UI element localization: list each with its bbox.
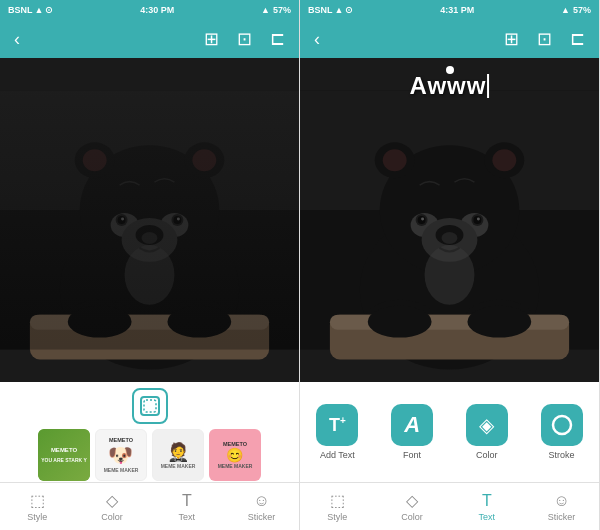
color-tool-label: Color bbox=[476, 450, 498, 460]
style-icon-right: ⬚ bbox=[330, 491, 345, 510]
bottom-nav-text-left[interactable]: T Text bbox=[150, 492, 225, 522]
bottom-nav-left: ⬚ Style ◇ Color T Text ☺ Sticker bbox=[0, 482, 299, 530]
battery-right: 57% bbox=[573, 5, 591, 15]
nav-icons-right-left: ⊞ ⊡ ⊏ bbox=[204, 28, 285, 50]
bottom-nav-style-left[interactable]: ⬚ Style bbox=[0, 491, 75, 522]
svg-point-55 bbox=[553, 416, 571, 434]
signal2-icon-left: ▲ bbox=[261, 5, 270, 15]
top-nav-right: ‹ ⊞ ⊡ ⊏ bbox=[300, 20, 599, 58]
left-panel: BSNL ▲ ⊙ 4:30 PM ▲ 57% ‹ ⊞ ⊡ ⊏ bbox=[0, 0, 300, 530]
font-icon: A bbox=[404, 412, 420, 438]
svg-point-36 bbox=[492, 149, 516, 171]
sticker-tray-icon[interactable] bbox=[132, 388, 168, 424]
crop-icon-left[interactable]: ⊡ bbox=[237, 28, 252, 50]
style-label-left: Style bbox=[27, 512, 47, 522]
svg-point-35 bbox=[383, 149, 407, 171]
svg-rect-28 bbox=[144, 400, 156, 412]
color-tool-icon: ◈ bbox=[479, 413, 494, 437]
sticker-icon-left: ☺ bbox=[253, 492, 269, 510]
status-bar-right: BSNL ▲ ⊙ 4:31 PM ▲ 57% bbox=[300, 0, 599, 20]
status-right-right: ▲ 57% bbox=[561, 5, 591, 15]
bear-image-left bbox=[0, 58, 299, 382]
status-right-left: ▲ 57% bbox=[261, 5, 291, 15]
photo-area-left bbox=[0, 58, 299, 382]
status-bar-left: BSNL ▲ ⊙ 4:30 PM ▲ 57% bbox=[0, 0, 299, 20]
bottom-nav-sticker-left[interactable]: ☺ Sticker bbox=[224, 492, 299, 522]
stroke-label: Stroke bbox=[549, 450, 575, 460]
svg-point-43 bbox=[421, 218, 424, 221]
back-button-right[interactable]: ‹ bbox=[314, 29, 320, 50]
text-icon-right: T bbox=[482, 492, 492, 510]
add-text-tool[interactable]: T+ Add Text bbox=[316, 404, 358, 460]
top-nav-left: ‹ ⊞ ⊡ ⊏ bbox=[0, 20, 299, 58]
bear-image-right bbox=[300, 58, 599, 382]
sticker-row: MEMETO YOU ARE STARK Y MEMETO 🐶 MEME MAK… bbox=[30, 429, 269, 481]
svg-rect-51 bbox=[330, 315, 569, 330]
color-icon-right: ◇ bbox=[406, 491, 418, 510]
signal2-icon-right: ▲ bbox=[561, 5, 570, 15]
add-text-icon-box: T+ bbox=[316, 404, 358, 446]
stroke-tool[interactable]: Stroke bbox=[541, 404, 583, 460]
color-icon-left: ◇ bbox=[106, 491, 118, 510]
color-label-right: Color bbox=[401, 512, 423, 522]
sticker-tray-left: MEMETO YOU ARE STARK Y MEMETO 🐶 MEME MAK… bbox=[0, 382, 299, 482]
font-icon-box: A bbox=[391, 404, 433, 446]
stroke-icon bbox=[550, 413, 574, 437]
gallery-icon-left[interactable]: ⊞ bbox=[204, 28, 219, 50]
text-overlay[interactable]: Awww bbox=[410, 72, 490, 100]
text-label-left: Text bbox=[179, 512, 196, 522]
right-panel: BSNL ▲ ⊙ 4:31 PM ▲ 57% ‹ ⊞ ⊡ ⊏ bbox=[300, 0, 600, 530]
status-left-right: BSNL ▲ ⊙ bbox=[308, 5, 353, 15]
color-label-left: Color bbox=[101, 512, 123, 522]
bottom-nav-style-right[interactable]: ⬚ Style bbox=[300, 491, 375, 522]
svg-point-44 bbox=[477, 218, 480, 221]
wifi-icon-left: ⊙ bbox=[45, 5, 53, 15]
sticker-item-3[interactable]: 🤵 MEME MAKER bbox=[152, 429, 204, 481]
time-left: 4:30 PM bbox=[140, 5, 174, 15]
text-icon-left: T bbox=[182, 492, 192, 510]
bottom-nav-color-left[interactable]: ◇ Color bbox=[75, 491, 150, 522]
bottom-nav-text-right[interactable]: T Text bbox=[450, 492, 525, 522]
gallery-icon-right[interactable]: ⊞ bbox=[504, 28, 519, 50]
svg-rect-26 bbox=[0, 90, 299, 349]
add-text-icon: T+ bbox=[329, 415, 346, 436]
font-label: Font bbox=[403, 450, 421, 460]
text-cursor bbox=[487, 74, 489, 98]
font-tool[interactable]: A Font bbox=[391, 404, 433, 460]
svg-point-54 bbox=[425, 245, 475, 305]
svg-point-52 bbox=[368, 306, 432, 338]
signal-icon-right: ▲ bbox=[335, 5, 344, 15]
crop-icon-right[interactable]: ⊡ bbox=[537, 28, 552, 50]
add-text-label: Add Text bbox=[320, 450, 355, 460]
sticker-item-2[interactable]: MEMETO 🐶 MEME MAKER bbox=[95, 429, 147, 481]
color-icon-box: ◈ bbox=[466, 404, 508, 446]
carrier-right: BSNL bbox=[308, 5, 333, 15]
share-icon-right[interactable]: ⊏ bbox=[570, 28, 585, 50]
signal-icon-left: ▲ bbox=[35, 5, 44, 15]
svg-point-47 bbox=[442, 232, 458, 244]
stroke-icon-box bbox=[541, 404, 583, 446]
battery-left: 57% bbox=[273, 5, 291, 15]
text-label-right: Text bbox=[479, 512, 496, 522]
style-icon-left: ⬚ bbox=[30, 491, 45, 510]
bottom-nav-color-right[interactable]: ◇ Color bbox=[375, 491, 450, 522]
bottom-nav-right: ⬚ Style ◇ Color T Text ☺ Sticker bbox=[300, 482, 599, 530]
time-right: 4:31 PM bbox=[440, 5, 474, 15]
share-icon-left[interactable]: ⊏ bbox=[270, 28, 285, 50]
sticker-label-right: Sticker bbox=[548, 512, 576, 522]
svg-point-53 bbox=[467, 306, 531, 338]
sticker-item-1[interactable]: MEMETO YOU ARE STARK Y bbox=[38, 429, 90, 481]
sticker-item-4[interactable]: MEMETO 😊 MEME MAKER bbox=[209, 429, 261, 481]
photo-area-right: Awww bbox=[300, 58, 599, 382]
back-button-left[interactable]: ‹ bbox=[14, 29, 20, 50]
overlay-text: Awww bbox=[410, 72, 487, 100]
carrier-left: BSNL bbox=[8, 5, 33, 15]
sticker-label-left: Sticker bbox=[248, 512, 276, 522]
tool-grid: T+ Add Text A Font ◈ Color Stroke bbox=[300, 382, 599, 482]
status-left: BSNL ▲ ⊙ bbox=[8, 5, 53, 15]
wifi-icon-right: ⊙ bbox=[345, 5, 353, 15]
bottom-nav-sticker-right[interactable]: ☺ Sticker bbox=[524, 492, 599, 522]
nav-icons-right-right: ⊞ ⊡ ⊏ bbox=[504, 28, 585, 50]
color-tool[interactable]: ◈ Color bbox=[466, 404, 508, 460]
style-label-right: Style bbox=[327, 512, 347, 522]
